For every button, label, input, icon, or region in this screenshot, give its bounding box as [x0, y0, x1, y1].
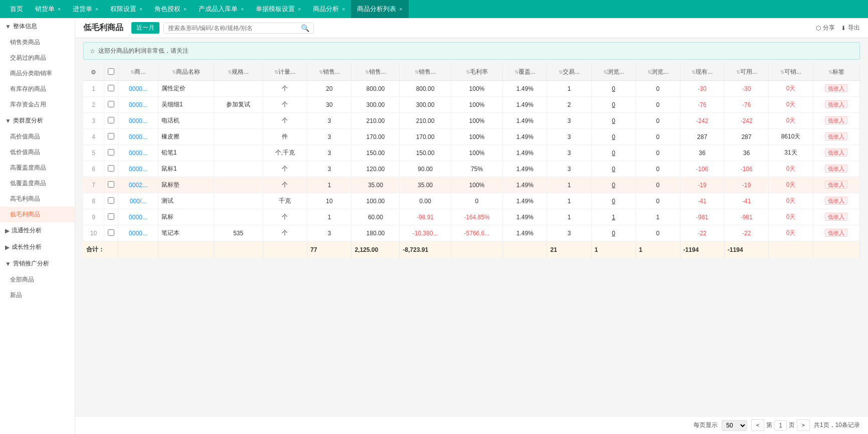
- row-checkbox[interactable]: [104, 161, 118, 177]
- nav-goods-list[interactable]: 商品分析列表 ×: [351, 0, 408, 18]
- row-available: 36: [724, 145, 768, 161]
- row-checkbox[interactable]: [104, 145, 118, 161]
- col-unit[interactable]: 计量...: [263, 64, 307, 81]
- sidebar-item-low-coverage[interactable]: 低覆盖度商品: [0, 176, 75, 191]
- row-checkbox[interactable]: [104, 113, 118, 129]
- row-tag: 低收入: [813, 113, 859, 129]
- nav-product-inbound[interactable]: 产成品入库单 ×: [193, 0, 250, 18]
- row-code: 0000...: [118, 161, 158, 177]
- nav-home[interactable]: 首页: [4, 0, 29, 18]
- row-checkbox[interactable]: [104, 81, 118, 97]
- export-button[interactable]: ⬇ 导出: [841, 24, 860, 32]
- row-checkbox[interactable]: [104, 177, 118, 193]
- col-settings[interactable]: ⚙: [83, 64, 104, 81]
- col-sales-profit[interactable]: 销售...: [400, 64, 451, 81]
- col-gross-rate[interactable]: 毛利率: [451, 64, 502, 81]
- row-available: -981: [724, 209, 768, 225]
- row-view1[interactable]: 0: [591, 225, 635, 241]
- row-name: 笔记本: [158, 225, 214, 241]
- row-view1[interactable]: 0: [591, 161, 635, 177]
- sidebar-group-overall[interactable]: ▼ 整体信息: [0, 18, 75, 35]
- nav-goods-analysis[interactable]: 商品分析 ×: [307, 0, 351, 18]
- nav-permission[interactable]: 权限设置 ×: [104, 0, 148, 18]
- row-view1[interactable]: 0: [591, 193, 635, 209]
- footer-empty7: [769, 241, 813, 258]
- sidebar-item-low-value[interactable]: 低价值商品: [0, 144, 75, 160]
- sidebar-group-flow[interactable]: ▶ 流通性分析: [0, 222, 75, 239]
- sidebar-item-category-rate[interactable]: 商品分类助销率: [0, 66, 75, 81]
- sidebar-item-high-value[interactable]: 高价值商品: [0, 129, 75, 144]
- col-checkbox[interactable]: [104, 64, 118, 81]
- row-checkbox[interactable]: [104, 209, 118, 225]
- sidebar-item-sales-goods[interactable]: 销售类商品: [0, 35, 75, 50]
- nav-close-template[interactable]: ×: [298, 6, 301, 12]
- row-trade: 3: [547, 113, 591, 129]
- share-button[interactable]: ⬡ 分享: [816, 24, 835, 32]
- sidebar-item-traded[interactable]: 交易过的商品: [0, 50, 75, 66]
- nav-close-role[interactable]: ×: [184, 6, 187, 12]
- footer-empty3: [214, 241, 263, 258]
- sidebar-item-new-goods[interactable]: 新品: [0, 287, 75, 303]
- search-input[interactable]: [168, 25, 301, 32]
- nav-close-permission[interactable]: ×: [139, 6, 142, 12]
- nav-sales[interactable]: 销货单 ×: [29, 0, 67, 18]
- sidebar-group-growth[interactable]: ▶ 成长性分析: [0, 239, 75, 255]
- nav-role[interactable]: 角色授权 ×: [148, 0, 193, 18]
- row-checkbox[interactable]: [104, 97, 118, 113]
- sidebar-item-high-coverage[interactable]: 高覆盖度商品: [0, 160, 75, 176]
- nav-close-sales[interactable]: ×: [58, 6, 61, 12]
- sidebar-group-cluster-label: 类群度分析: [13, 116, 43, 125]
- nav-close-list[interactable]: ×: [399, 6, 402, 12]
- notice-text: 这部分商品的利润非常低，请关注: [98, 47, 189, 55]
- col-current[interactable]: 现有...: [680, 64, 724, 81]
- nav-template[interactable]: 单据模板设置 ×: [250, 0, 307, 18]
- sidebar-item-high-margin[interactable]: 高毛利商品: [0, 191, 75, 207]
- nav-purchase[interactable]: 进货单 ×: [67, 0, 104, 18]
- select-all-checkbox[interactable]: [108, 68, 114, 75]
- row-view1[interactable]: 0: [591, 145, 635, 161]
- sidebar-item-all-goods[interactable]: 全部商品: [0, 272, 75, 287]
- prev-page-button[interactable]: ＜: [751, 419, 764, 431]
- col-coverage[interactable]: 覆盖...: [503, 64, 547, 81]
- next-page-button[interactable]: ＞: [797, 419, 810, 431]
- per-page-label: 每页显示: [693, 421, 718, 429]
- row-name: 鼠标1: [158, 161, 214, 177]
- per-page-select[interactable]: 50 100 200: [722, 420, 747, 431]
- col-sales-qty[interactable]: 销售...: [307, 64, 352, 81]
- col-tag[interactable]: 标签: [813, 64, 859, 81]
- col-view2[interactable]: 浏览...: [636, 64, 680, 81]
- row-spec: [214, 209, 263, 225]
- row-sales-qty: 10: [307, 193, 352, 209]
- nav-close-purchase[interactable]: ×: [95, 6, 98, 12]
- filter-period-button[interactable]: 近一月: [131, 22, 159, 34]
- row-checkbox[interactable]: [104, 129, 118, 145]
- col-sales-price[interactable]: 销售...: [352, 64, 400, 81]
- row-view1[interactable]: 0: [591, 177, 635, 193]
- row-checkbox[interactable]: [104, 225, 118, 241]
- row-view1[interactable]: 0: [591, 81, 635, 97]
- row-checkbox[interactable]: [104, 193, 118, 209]
- sidebar-item-has-stock[interactable]: 有库存的商品: [0, 81, 75, 97]
- row-view1[interactable]: 0: [591, 113, 635, 129]
- col-trade[interactable]: 交易...: [547, 64, 591, 81]
- row-view1[interactable]: 1: [591, 209, 635, 225]
- col-code[interactable]: 商...: [118, 64, 158, 81]
- sidebar-group-marketing[interactable]: ▼ 营销推广分析: [0, 255, 75, 272]
- col-sellable[interactable]: 可销...: [769, 64, 813, 81]
- nav-close-goods[interactable]: ×: [342, 6, 345, 12]
- col-view1[interactable]: 浏览...: [591, 64, 635, 81]
- footer-empty4: [263, 241, 307, 258]
- sidebar-group-cluster[interactable]: ▼ 类群度分析: [0, 112, 75, 129]
- col-name[interactable]: 商品名称: [158, 64, 214, 81]
- row-code: 0000...: [118, 225, 158, 241]
- sidebar-item-low-margin[interactable]: 低毛利商品: [0, 207, 75, 222]
- row-view1[interactable]: 0: [591, 129, 635, 145]
- row-view1[interactable]: 0: [591, 97, 635, 113]
- sidebar-item-stock-capital[interactable]: 库存资金占用: [0, 97, 75, 112]
- row-gross-rate: -5766.6...: [451, 225, 502, 241]
- col-spec[interactable]: 规格...: [214, 64, 263, 81]
- nav-close-product[interactable]: ×: [241, 6, 244, 12]
- col-available[interactable]: 可用...: [724, 64, 768, 81]
- row-sales-qty: 3: [307, 161, 352, 177]
- search-icon: 🔍: [301, 24, 309, 32]
